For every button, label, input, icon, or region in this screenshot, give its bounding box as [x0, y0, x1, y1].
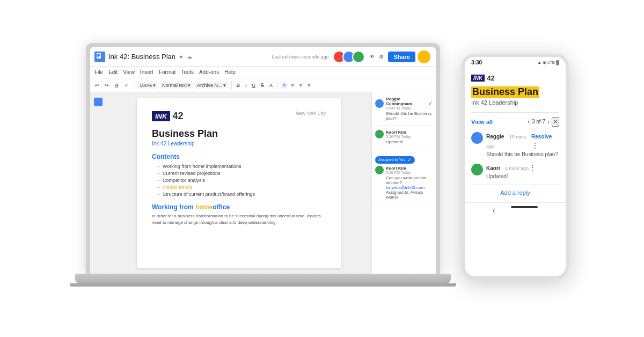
list-item: Working from home implementations [156, 164, 326, 169]
user-avatar [416, 49, 431, 64]
strikethrough-button[interactable]: S̶ [259, 82, 266, 89]
docs-formatting-bar: ↩ ↪ 🖨 ✓ 100% ▾ Normal text ▾ Archive N..… [90, 78, 436, 92]
doc-body-text: In order for a business transformation t… [152, 213, 326, 226]
comment-info-3: Kaori Kim 3:26 PM Today [386, 166, 411, 174]
print-button[interactable]: 🖨 [113, 82, 121, 89]
scene: Ink 42: Business Plan ★ ☁ Last edit was … [0, 0, 644, 337]
comment-info-1: Reggie Cunningham 3:34 PM Today [386, 97, 426, 110]
comment-count: 3 of 7 [532, 119, 545, 124]
bold-button[interactable]: B [235, 82, 242, 89]
next-comment-button[interactable]: › [547, 118, 550, 126]
list-item: Current revised projections [156, 171, 326, 176]
view-all-link[interactable]: View all [471, 119, 493, 125]
menu-file[interactable]: File [94, 69, 103, 75]
signal-icon: ▲ [537, 60, 541, 65]
menu-insert[interactable]: Insert [140, 69, 153, 75]
docs-page-area: INK 42 New York City Business Plan Ink 4… [106, 92, 371, 274]
phone-comment-text-1: Should this be Business plan? [486, 151, 559, 157]
phone-home-indicator[interactable] [511, 206, 538, 208]
back-nav-button[interactable]: ‹ [493, 206, 495, 215]
document-title: Ink 42: Business Plan [108, 53, 175, 61]
menu-view[interactable]: View [123, 69, 135, 75]
menu-help[interactable]: Help [224, 69, 236, 75]
undo-button[interactable]: ↩ [93, 82, 101, 89]
docs-toolbar: Ink 42: Business Plan ★ ☁ Last edit was … [90, 47, 436, 67]
phone-time: 3:30 [471, 60, 482, 65]
text-color-button[interactable]: A [268, 82, 274, 89]
redo-button[interactable]: ↪ [103, 82, 111, 89]
section2-title: Working from homeoffice [152, 203, 326, 211]
phone-doc-logo: INK 42 [471, 74, 559, 82]
phone-comment-actions-1: Resolve ⋮ [531, 131, 559, 150]
comment-email: kalyena@ink42.com [386, 185, 433, 190]
italic-button[interactable]: I [244, 82, 248, 89]
align-justify-button[interactable]: ≡ [306, 82, 312, 89]
list-item: Competitor analysis [156, 178, 326, 183]
phone-comment-header-2: Kaori · 4 mins ago ⋮ [486, 163, 536, 172]
comment-text-3: Can you work on this section? [386, 175, 433, 185]
settings-icon[interactable]: ⚙ [379, 54, 384, 60]
share-button[interactable]: Share [388, 52, 415, 62]
comment-header-3: Kaori Kim 3:26 PM Today [375, 166, 433, 174]
comment-avatar-2 [375, 130, 384, 138]
laptop-foot [70, 283, 456, 287]
phone: 3:30 ▲ ◉ LTE ▓ INK 42 Business Plan Ink … [462, 54, 569, 279]
phone-comment-time-2: · 4 mins ago [502, 166, 529, 171]
laptop: Ink 42: Business Plan ★ ☁ Last edit was … [86, 43, 440, 290]
menu-edit[interactable]: Edit [108, 69, 118, 75]
svg-rect-4 [97, 56, 99, 57]
phone-bottom-nav: ‹ [465, 202, 566, 218]
svg-rect-2 [97, 54, 100, 55]
comment-text-2: Updated! [386, 140, 433, 144]
font-dropdown[interactable]: Archive N... ▾ [195, 82, 228, 89]
phone-status-icons: ▲ ◉ LTE ▓ [537, 60, 559, 65]
more-options-2[interactable]: ⋮ [529, 163, 536, 172]
menu-format[interactable]: Format [159, 69, 176, 75]
phone-comment-meta-2: Kaori · 4 mins ago [486, 163, 529, 172]
comment-user-3: Kaori Kim [386, 166, 411, 171]
lte-icon: LTE [547, 60, 555, 65]
comment-user-1: Reggie Cunningham [386, 97, 426, 106]
phone-view-all-row: View all ‹ 3 of 7 › ✕ [471, 117, 559, 127]
style-dropdown[interactable]: Normal text ▾ [160, 82, 193, 89]
assigned-text: Assigned to You [378, 158, 405, 162]
doc-location: New York City [296, 111, 326, 116]
align-center-button[interactable]: ≡ [289, 82, 295, 89]
phone-nav-controls: ‹ 3 of 7 › ✕ [528, 117, 559, 127]
comment-text-1: Should this be Business plan? [386, 111, 433, 121]
sidebar-nav-icon[interactable] [94, 98, 103, 106]
phone-doc-subtitle: Ink 42 Leadership [471, 99, 559, 106]
docs-menu-bar: File Edit View Insert Format Tools Add-o… [90, 67, 436, 78]
comment-header-1: Reggie Cunningham 3:34 PM Today ✓ [375, 97, 433, 110]
menu-tools[interactable]: Tools [181, 69, 194, 75]
separator-1 [134, 81, 134, 90]
comment-time-3: 3:26 PM Today [386, 171, 411, 174]
align-left-button[interactable]: ≡ [281, 82, 287, 89]
add-reply-link[interactable]: Add a reply [471, 189, 559, 196]
view-icon[interactable]: 👁 [369, 54, 375, 60]
menu-addons[interactable]: Add-ons [199, 69, 219, 75]
ink-number: 42 [172, 111, 183, 122]
ink-brand: INK [152, 111, 170, 121]
phone-doc-title-wrapper: Business Plan [471, 86, 559, 99]
separator-3 [277, 81, 278, 90]
close-comment-panel-button[interactable]: ✕ [552, 117, 559, 127]
contents-title: Contents [152, 153, 326, 160]
more-options-1[interactable]: ⋮ [531, 141, 539, 150]
battery-icon: ▓ [556, 60, 559, 65]
phone-comment-body-1: Reggie · 10 mins ago Resolve ⋮ Should th… [486, 131, 559, 157]
star-icon[interactable]: ★ [179, 54, 184, 60]
phone-divider [471, 112, 559, 113]
spellcheck-button[interactable]: ✓ [123, 82, 130, 89]
align-right-button[interactable]: ≡ [298, 82, 304, 89]
comment-item-3: Kaori Kim 3:26 PM Today Can you work on … [375, 166, 433, 204]
phone-comment-2: Kaori · 4 mins ago ⋮ Updated! [471, 163, 559, 179]
docs-title-area: Ink 42: Business Plan ★ ☁ [94, 52, 192, 62]
zoom-dropdown[interactable]: 100% ▾ [137, 82, 158, 89]
underline-button[interactable]: U [251, 82, 258, 89]
comment-check-1[interactable]: ✓ [428, 100, 433, 106]
ink-logo: INK 42 [152, 111, 183, 122]
prev-comment-button[interactable]: ‹ [528, 118, 530, 126]
resolve-button-1[interactable]: Resolve [531, 134, 552, 140]
assigned-badge: Assigned to You ✓ [375, 156, 415, 164]
